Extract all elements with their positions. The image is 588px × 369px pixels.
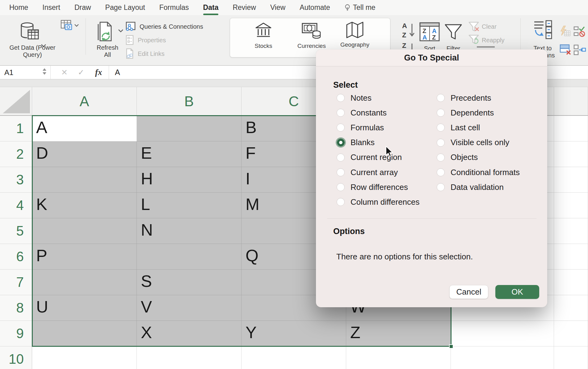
cell-A5[interactable] [32,218,137,244]
row-header-6[interactable]: 6 [0,244,32,270]
filter-button[interactable] [443,22,463,43]
radio-selected-icon[interactable] [336,137,346,148]
radio-unselected-icon[interactable] [337,198,345,206]
cell-B3[interactable]: H [137,167,242,193]
row-header-9[interactable]: 9 [0,321,32,346]
row-header-1[interactable]: 1 [0,116,32,141]
cell-B1[interactable] [137,116,242,141]
radio-unselected-icon[interactable] [437,109,445,117]
cell-F7[interactable] [554,270,588,295]
select-all-corner[interactable] [0,87,32,116]
radio-unselected-icon[interactable] [437,168,445,176]
row-header-3[interactable]: 3 [0,167,32,193]
radio-option-conditional-formats[interactable]: Conditional formats [437,165,520,179]
cell-C9[interactable]: Y [242,321,346,346]
cell-B10[interactable] [137,346,242,369]
cell-F9[interactable] [554,321,588,346]
radio-option-dependents[interactable]: Dependents [437,106,494,120]
radio-option-objects[interactable]: Objects [437,150,478,165]
cell-A7[interactable] [32,270,137,295]
cell-F6[interactable] [554,244,588,270]
radio-option-current-region[interactable]: Current region [337,150,402,165]
radio-unselected-icon[interactable] [337,183,345,191]
cell-A2[interactable]: D [32,141,137,167]
data-validation-button[interactable] [560,44,571,57]
radio-option-last-cell[interactable]: Last cell [437,120,480,135]
cell-F5[interactable] [554,218,588,244]
cell-A1[interactable]: A [32,116,137,141]
get-data-button[interactable] [19,22,39,44]
radio-unselected-icon[interactable] [337,109,345,117]
cell-D10[interactable] [346,346,451,369]
picture-chevron-icon[interactable] [74,24,79,27]
menu-tab-automate[interactable]: Automate [300,3,330,12]
row-header-8[interactable]: 8 [0,295,32,321]
cell-F2[interactable] [554,141,588,167]
radio-option-row-differences[interactable]: Row differences [337,180,408,194]
radio-unselected-icon[interactable] [337,153,345,161]
cell-B6[interactable] [137,244,242,270]
name-box[interactable]: A1 [4,66,13,79]
cell-B7[interactable]: S [137,270,242,295]
confirm-entry-icon[interactable]: ✓ [78,66,84,79]
row-header-5[interactable]: 5 [0,218,32,244]
radio-unselected-icon[interactable] [437,94,445,102]
menu-tab-tell-me[interactable]: Tell me [344,3,376,12]
cell-B4[interactable]: L [137,193,242,218]
cancel-button[interactable]: Cancel [449,285,488,299]
cell-E9[interactable] [451,321,554,346]
cell-F1[interactable] [554,116,588,141]
queries-connections-button[interactable]: Queries & Connections [125,21,203,32]
cell-A3[interactable] [32,167,137,193]
radio-unselected-icon[interactable] [337,94,345,102]
menu-tab-page-layout[interactable]: Page Layout [105,3,145,12]
radio-unselected-icon[interactable] [337,124,345,132]
cell-A10[interactable] [32,346,137,369]
radio-unselected-icon[interactable] [437,153,445,161]
radio-option-blanks[interactable]: Blanks [337,136,375,150]
radio-option-notes[interactable]: Notes [337,91,372,105]
radio-option-constants[interactable]: Constants [337,106,387,120]
refresh-chevron-icon[interactable] [118,29,124,32]
radio-unselected-icon[interactable] [437,183,445,191]
radio-unselected-icon[interactable] [437,139,445,147]
radio-option-column-differences[interactable]: Column differences [337,195,420,209]
menu-tab-review[interactable]: Review [233,3,256,12]
cell-C10[interactable] [242,346,346,369]
cell-D9[interactable]: Z [346,321,451,346]
cell-A4[interactable]: K [32,193,137,218]
column-header-F[interactable] [554,87,588,116]
radio-option-visible-cells-only[interactable]: Visible cells only [437,136,509,150]
cell-B5[interactable]: N [137,218,242,244]
menu-tab-data[interactable]: Data [203,3,219,12]
row-header-2[interactable]: 2 [0,141,32,167]
radio-unselected-icon[interactable] [337,168,345,176]
cell-B8[interactable]: V [137,295,242,321]
radio-option-formulas[interactable]: Formulas [337,120,384,135]
dialog-title-bar[interactable]: Go To Special [316,49,547,66]
remove-duplicates-button[interactable] [573,25,586,39]
cell-A6[interactable]: P [32,244,137,270]
consolidate-button[interactable] [573,44,586,57]
column-header-A[interactable]: A [32,87,137,116]
stocks-button[interactable]: Stocks [240,19,287,56]
menu-tab-home[interactable]: Home [9,3,28,12]
cell-A8[interactable]: U [32,295,137,321]
name-box-stepper[interactable] [43,68,46,77]
menu-tab-formulas[interactable]: Formulas [159,3,189,12]
cell-A9[interactable] [32,321,137,346]
refresh-all-button[interactable] [96,21,116,44]
radio-option-current-array[interactable]: Current array [337,165,398,179]
cell-B9[interactable]: X [137,321,242,346]
column-header-B[interactable]: B [137,87,242,116]
menu-tab-draw[interactable]: Draw [74,3,91,12]
radio-unselected-icon[interactable] [437,124,445,132]
cell-F10[interactable] [554,346,588,369]
row-header-4[interactable]: 4 [0,193,32,218]
sort-button[interactable]: Z A A Z [419,22,440,43]
insert-function-icon[interactable]: fx [95,66,102,79]
sort-ascending-button[interactable]: A Z [401,22,416,40]
row-header-7[interactable]: 7 [0,270,32,295]
formula-input[interactable]: A [115,66,120,79]
text-to-columns-button[interactable] [533,19,553,42]
